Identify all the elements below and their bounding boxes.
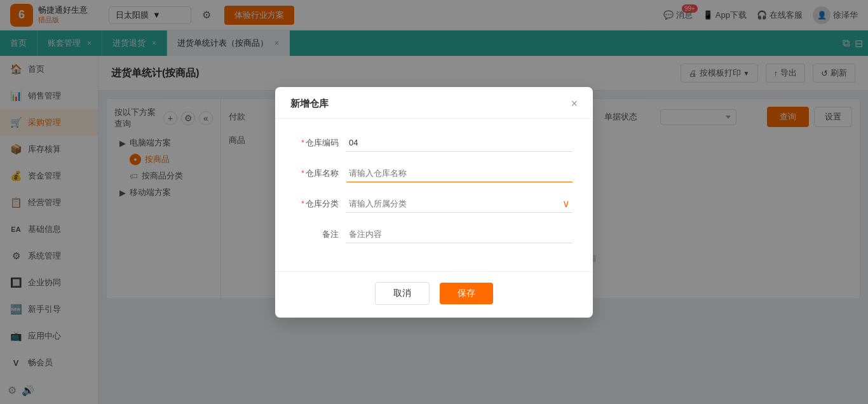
name-label: 仓库名称 [295, 168, 346, 179]
dialog-overlay: 新增仓库 × 仓库编码 仓库名称 仓库分类 ∨ [0, 0, 868, 404]
warehouse-note-input[interactable] [346, 226, 573, 243]
save-button[interactable]: 保存 [440, 283, 493, 304]
warehouse-code-row: 仓库编码 [295, 134, 573, 152]
warehouse-note-row: 备注 [295, 226, 573, 243]
category-label: 仓库分类 [295, 198, 346, 210]
warehouse-code-input[interactable] [346, 134, 573, 152]
category-select-wrapper: ∨ [346, 195, 573, 213]
dialog-close-button[interactable]: × [571, 97, 578, 111]
warehouse-name-row: 仓库名称 [295, 165, 573, 182]
category-dropdown-icon[interactable]: ∨ [562, 198, 570, 210]
note-label: 备注 [295, 229, 346, 240]
dialog-title: 新增仓库 [290, 98, 329, 110]
code-label: 仓库编码 [295, 137, 346, 149]
cancel-button[interactable]: 取消 [375, 282, 430, 305]
new-warehouse-dialog: 新增仓库 × 仓库编码 仓库名称 仓库分类 ∨ [275, 87, 593, 318]
category-input[interactable] [349, 199, 562, 208]
dialog-body: 仓库编码 仓库名称 仓库分类 ∨ 备注 [275, 119, 593, 271]
warehouse-name-input[interactable] [346, 165, 573, 182]
dialog-header: 新增仓库 × [275, 87, 593, 119]
warehouse-category-row: 仓库分类 ∨ [295, 195, 573, 213]
dialog-footer: 取消 保存 [275, 271, 593, 318]
